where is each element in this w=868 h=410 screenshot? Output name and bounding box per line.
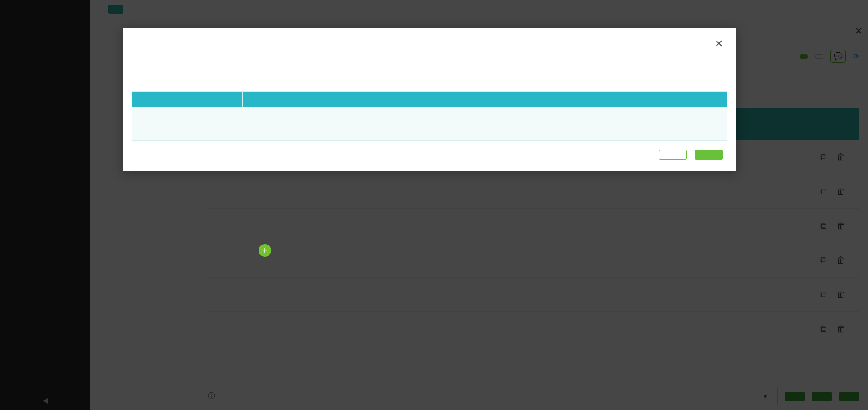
- modal-close-icon[interactable]: ✕: [713, 36, 725, 52]
- save-button[interactable]: [695, 150, 723, 160]
- col-credit: [563, 92, 683, 107]
- template-grid: [132, 91, 727, 141]
- col-seq: [132, 92, 157, 107]
- col-summary: [157, 92, 242, 107]
- cancel-button[interactable]: [659, 150, 687, 160]
- template-code-input[interactable]: [146, 71, 241, 85]
- template-name-input[interactable]: [277, 71, 372, 85]
- edit-template-modal: ✕: [123, 28, 736, 171]
- total-label: [132, 107, 443, 141]
- add-row-button[interactable]: +: [259, 244, 271, 257]
- col-account: [243, 92, 443, 107]
- col-ops: [683, 92, 727, 107]
- col-debit: [443, 92, 563, 107]
